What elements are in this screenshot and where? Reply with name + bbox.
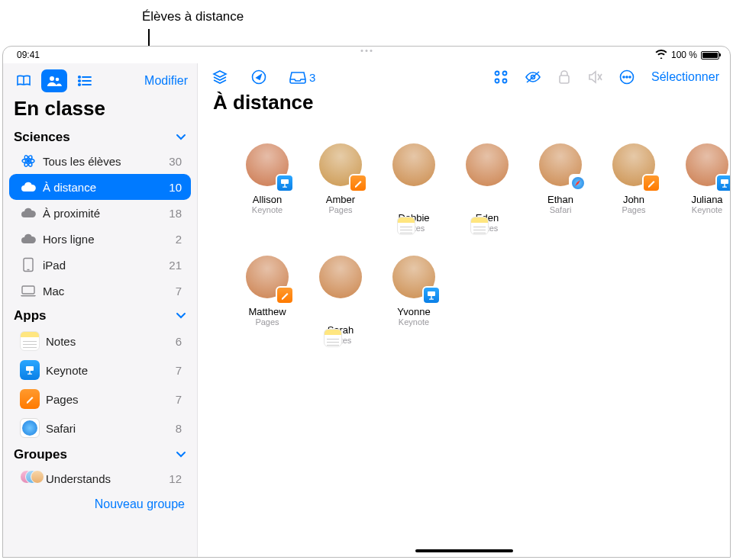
app-badge-icon (324, 329, 342, 347)
app-badge-icon (276, 174, 294, 192)
svg-point-20 (503, 72, 507, 76)
sidebar-item-count: 7 (176, 393, 182, 406)
seg-list-icon[interactable] (72, 69, 98, 92)
student-yvonne[interactable]: Yvonne Keynote (379, 256, 448, 345)
student-name: Yvonne (397, 306, 430, 317)
home-indicator[interactable] (415, 549, 513, 552)
student-name: John (623, 194, 644, 205)
student-sarah[interactable]: Sarah Notes (306, 256, 375, 345)
sidebar-item-count: 10 (169, 181, 182, 194)
section-header-groups[interactable]: Groupes (3, 443, 197, 465)
sidebar-item-count: 7 (176, 285, 182, 298)
section-header-apps[interactable]: Apps (3, 304, 197, 327)
student-name: Matthew (248, 306, 286, 317)
seg-people-icon[interactable] (41, 69, 67, 92)
sidebar-item-count: 30 (169, 155, 182, 168)
sidebar-item-label: Notes (46, 335, 76, 348)
main-panel: 3 (198, 63, 730, 557)
svg-point-1 (56, 78, 60, 82)
svg-rect-17 (27, 374, 32, 375)
multitask-handle[interactable] (361, 50, 373, 52)
svg-line-24 (527, 72, 539, 82)
sidebar-item-hors-ligne[interactable]: Hors ligne 2 (9, 226, 191, 252)
student-matthew[interactable]: Matthew Pages (233, 256, 302, 345)
seg-book-icon[interactable] (11, 69, 37, 92)
compass-icon[interactable] (251, 69, 266, 85)
svg-rect-34 (283, 187, 287, 188)
mute-icon (587, 70, 602, 84)
sidebar-item-tous-les-l-ves[interactable]: Tous les élèves 30 (9, 148, 191, 174)
sidebar-item-label: iPad (43, 259, 66, 272)
svg-point-11 (27, 160, 30, 163)
student-debbie[interactable]: Debbie Notes (379, 143, 448, 233)
new-group-button[interactable]: Nouveau groupe (3, 491, 197, 511)
sidebar-item-label: Safari (46, 422, 76, 435)
select-button[interactable]: Sélectionner (651, 70, 719, 84)
section-label: Sciences (14, 130, 70, 145)
sidebar-item-label: Keynote (46, 364, 88, 377)
svg-point-31 (629, 76, 631, 78)
student-john[interactable]: John Pages (599, 143, 668, 233)
student-ethan[interactable]: Ethan Safari (526, 143, 595, 233)
student-app: Pages (622, 205, 645, 214)
annotation-label: Élèves à distance (142, 9, 244, 24)
app-badge-icon (569, 174, 587, 192)
svg-point-0 (50, 76, 54, 81)
cloud-icon (20, 230, 37, 247)
sidebar-item-count: 2 (176, 233, 182, 246)
section-header-class[interactable]: Sciences (3, 125, 197, 148)
student-eden[interactable]: Eden Notes (453, 143, 521, 233)
svg-rect-14 (22, 286, 34, 294)
svg-rect-38 (428, 291, 435, 296)
grid-view-icon[interactable] (494, 70, 508, 84)
edit-button[interactable]: Modifier (144, 74, 188, 88)
student-name: Amber (326, 194, 355, 205)
sidebar-item-count: 7 (176, 364, 182, 377)
svg-point-21 (496, 79, 499, 83)
sidebar-item-label: Mac (43, 285, 64, 298)
sidebar-item-ipad[interactable]: iPad 21 (9, 252, 191, 278)
sidebar-item-label: À distance (43, 181, 96, 194)
svg-point-30 (626, 76, 628, 78)
sidebar-item-label: Hors ligne (43, 233, 95, 246)
sidebar: Modifier En classe Sciences Tous les élè… (3, 63, 198, 557)
svg-point-22 (503, 79, 507, 83)
student-juliana[interactable]: Juliana Keynote (673, 143, 730, 233)
hide-icon[interactable] (525, 71, 541, 83)
sidebar-item-mac[interactable]: Mac 7 (9, 278, 191, 304)
svg-point-29 (623, 76, 625, 78)
sidebar-item-label: À proximité (43, 207, 100, 220)
sidebar-item-app-keynote[interactable]: Keynote 7 (9, 356, 191, 385)
svg-point-4 (79, 80, 80, 82)
more-icon[interactable] (619, 69, 635, 85)
chevron-down-icon (176, 308, 186, 323)
student-name: Ethan (547, 194, 573, 205)
student-grid: Allison Keynote Amber Pages Debbie Notes… (205, 128, 722, 345)
student-app: Pages (255, 317, 279, 327)
chevron-down-icon (176, 130, 186, 145)
sidebar-item-app-pages[interactable]: Pages 7 (9, 385, 191, 414)
page-title: À distance (205, 88, 722, 128)
sidebar-mode-toggle (11, 69, 98, 92)
student-name: Juliana (691, 194, 722, 205)
sidebar-item-count: 8 (176, 422, 182, 435)
section-label: Apps (14, 308, 47, 323)
student-allison[interactable]: Allison Keynote (233, 143, 302, 233)
sidebar-item-group-understands[interactable]: Understands 12 (9, 465, 191, 491)
sidebar-item-label: Tous les élèves (43, 155, 121, 168)
student-amber[interactable]: Amber Pages (306, 143, 375, 233)
actions-stack-icon[interactable] (212, 69, 228, 85)
sidebar-item-count: 6 (176, 335, 182, 348)
sidebar-item-app-notes[interactable]: Notes 6 (9, 327, 191, 356)
avatar (466, 143, 509, 186)
status-time: 09:41 (17, 50, 40, 60)
svg-rect-35 (721, 179, 728, 184)
svg-rect-16 (29, 371, 30, 374)
sidebar-item-app-safari[interactable]: Safari 8 (9, 414, 191, 443)
sidebar-item--distance[interactable]: À distance 10 (9, 174, 191, 200)
app-badge-icon (715, 174, 730, 192)
inbox-icon[interactable]: 3 (289, 70, 315, 84)
ipad-icon (20, 256, 37, 273)
svg-point-6 (79, 84, 80, 85)
sidebar-item--proximit-[interactable]: À proximité 18 (9, 200, 191, 226)
